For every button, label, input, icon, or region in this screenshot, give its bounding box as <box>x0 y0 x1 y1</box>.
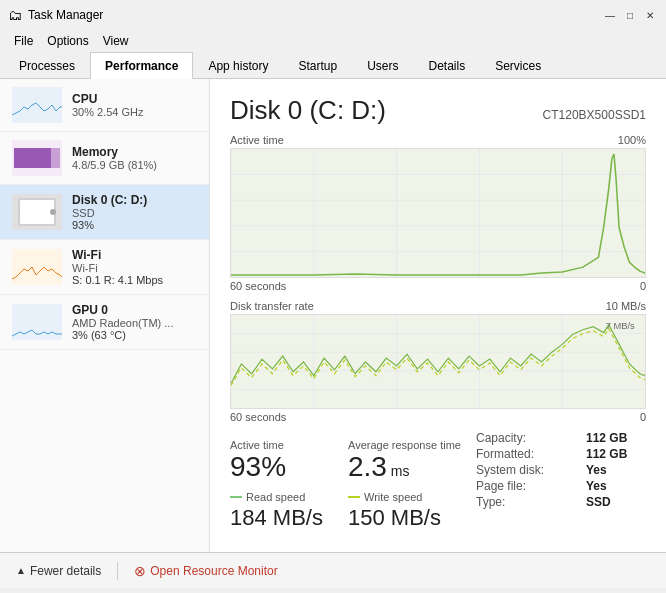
gpu-val: 3% (63 °C) <box>72 329 173 341</box>
read-speed-value: 184 MB/s <box>230 505 348 531</box>
chevron-up-icon: ▲ <box>16 565 26 576</box>
tab-users[interactable]: Users <box>352 52 413 79</box>
info-capacity: Capacity: 112 GB <box>476 431 646 445</box>
tab-processes[interactable]: Processes <box>4 52 90 79</box>
speed-row: Read speed 184 MB/s Write speed 150 MB/s <box>230 491 466 531</box>
content-title-row: Disk 0 (C: D:) CT120BX500SSD1 <box>230 95 646 126</box>
disk-val: 93% <box>72 219 147 231</box>
disk-sub: SSD <box>72 207 147 219</box>
tab-app-history[interactable]: App history <box>193 52 283 79</box>
svg-rect-9 <box>12 304 62 340</box>
stats-left: Active time 93% Average response time 2.… <box>230 431 466 531</box>
bottom-bar: ▲ Fewer details ⊗ Open Resource Monitor <box>0 552 666 588</box>
disk-title: Disk 0 (C: D:) <box>72 193 147 207</box>
transfer-duration: 60 seconds <box>230 411 286 423</box>
open-resource-monitor-button[interactable]: ⊗ Open Resource Monitor <box>134 563 277 579</box>
active-time-zero: 0 <box>640 280 646 292</box>
main-area: CPU 30% 2.54 GHz Memory 4.8/5.9 GB (81%) <box>0 79 666 552</box>
gpu-title: GPU 0 <box>72 303 173 317</box>
avg-response-value: 2.3 ms <box>348 453 466 481</box>
info-system-disk: System disk: Yes <box>476 463 646 477</box>
sidebar-item-wifi[interactable]: Wi-Fi Wi-Fi S: 0.1 R: 4.1 Mbps <box>0 240 209 295</box>
active-time-label: Active time <box>230 134 284 146</box>
svg-rect-6 <box>20 200 54 224</box>
svg-rect-8 <box>12 249 62 285</box>
minimize-button[interactable]: — <box>602 7 618 23</box>
write-speed-value: 150 MB/s <box>348 505 466 531</box>
svg-rect-10 <box>231 149 645 277</box>
active-time-chart <box>230 148 646 278</box>
info-page-file: Page file: Yes <box>476 479 646 493</box>
cpu-title: CPU <box>72 92 144 106</box>
write-speed-block: Write speed 150 MB/s <box>348 491 466 531</box>
active-time-max: 100% <box>618 134 646 146</box>
wifi-sub: Wi-Fi <box>72 262 163 274</box>
menu-view[interactable]: View <box>97 32 135 50</box>
close-button[interactable]: ✕ <box>642 7 658 23</box>
info-formatted: Formatted: 112 GB <box>476 447 646 461</box>
tab-details[interactable]: Details <box>413 52 480 79</box>
maximize-button[interactable]: □ <box>622 7 638 23</box>
svg-rect-3 <box>14 148 51 168</box>
info-table: Capacity: 112 GB Formatted: 112 GB Syste… <box>466 431 646 531</box>
write-indicator <box>348 496 360 498</box>
menu-file[interactable]: File <box>8 32 39 50</box>
tab-bar: Processes Performance App history Startu… <box>0 52 666 79</box>
app-title: Task Manager <box>28 8 103 22</box>
sidebar: CPU 30% 2.54 GHz Memory 4.8/5.9 GB (81%) <box>0 79 210 552</box>
disk-model: CT120BX500SSD1 <box>543 108 646 122</box>
tab-performance[interactable]: Performance <box>90 52 193 79</box>
active-time-duration: 60 seconds <box>230 280 286 292</box>
active-time-stat-label: Active time <box>230 439 348 451</box>
sidebar-item-memory[interactable]: Memory 4.8/5.9 GB (81%) <box>0 132 209 185</box>
svg-rect-19 <box>231 315 645 408</box>
memory-title: Memory <box>72 145 157 159</box>
title-controls: — □ ✕ <box>602 7 658 23</box>
transfer-rate-section: Disk transfer rate 10 MB/s <box>230 300 646 423</box>
bottom-separator <box>117 562 118 580</box>
active-time-stat-value: 93% <box>230 453 348 481</box>
read-speed-label: Read speed <box>246 491 305 503</box>
avg-response-label: Average response time <box>348 439 466 451</box>
sidebar-item-gpu[interactable]: GPU 0 AMD Radeon(TM) ... 3% (63 °C) <box>0 295 209 350</box>
tab-startup[interactable]: Startup <box>283 52 352 79</box>
fewer-details-button[interactable]: ▲ Fewer details <box>16 564 101 578</box>
wifi-title: Wi-Fi <box>72 248 163 262</box>
svg-point-7 <box>50 209 56 215</box>
resource-monitor-icon: ⊗ <box>134 563 146 579</box>
transfer-rate-max: 10 MB/s <box>606 300 646 312</box>
active-time-section: Active time 100% <box>230 134 646 292</box>
content-area: Disk 0 (C: D:) CT120BX500SSD1 Active tim… <box>210 79 666 552</box>
sidebar-item-cpu[interactable]: CPU 30% 2.54 GHz <box>0 79 209 132</box>
svg-rect-0 <box>12 87 62 123</box>
read-indicator <box>230 496 242 498</box>
title-bar: 🗂 Task Manager — □ ✕ <box>0 0 666 30</box>
svg-text:7 MB/s: 7 MB/s <box>606 321 635 331</box>
transfer-rate-chart: 7 MB/s <box>230 314 646 409</box>
disk-heading: Disk 0 (C: D:) <box>230 95 386 126</box>
menu-bar: File Options View <box>0 30 666 52</box>
sidebar-item-disk[interactable]: Disk 0 (C: D:) SSD 93% <box>0 185 209 240</box>
memory-sub: 4.8/5.9 GB (81%) <box>72 159 157 171</box>
menu-options[interactable]: Options <box>41 32 94 50</box>
stats-info-row: Active time 93% Average response time 2.… <box>230 431 646 531</box>
transfer-zero: 0 <box>640 411 646 423</box>
info-type: Type: SSD <box>476 495 646 509</box>
write-speed-label: Write speed <box>364 491 423 503</box>
read-speed-block: Read speed 184 MB/s <box>230 491 348 531</box>
cpu-sub: 30% 2.54 GHz <box>72 106 144 118</box>
active-time-stat: Active time 93% Average response time 2.… <box>230 439 466 481</box>
title-left: 🗂 Task Manager <box>8 7 103 23</box>
transfer-rate-label: Disk transfer rate <box>230 300 314 312</box>
app-icon: 🗂 <box>8 7 22 23</box>
gpu-sub: AMD Radeon(TM) ... <box>72 317 173 329</box>
tab-services[interactable]: Services <box>480 52 556 79</box>
wifi-val: S: 0.1 R: 4.1 Mbps <box>72 274 163 286</box>
